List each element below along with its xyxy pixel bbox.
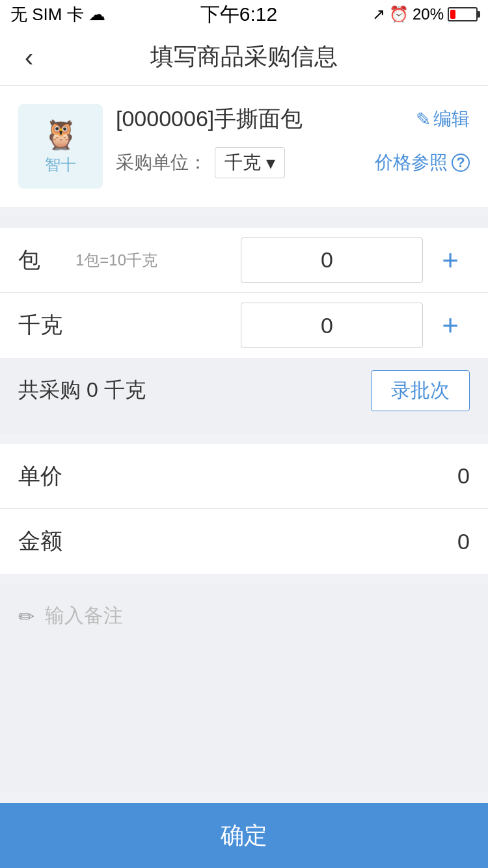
product-section: 🦉 智十 [0000006]手撕面包 ✎ 编辑 采购单位： 千克 ▾ 价格参照 xyxy=(0,86,488,207)
pencil-icon: ✏ xyxy=(18,605,34,628)
amount-value: 0 xyxy=(457,529,470,554)
amount-row: 金额 0 xyxy=(0,509,488,574)
product-unit-row: 采购单位： 千克 ▾ 价格参照 ? xyxy=(116,147,470,178)
bag-label: 包 xyxy=(18,245,70,275)
price-section: 单价 0 金额 0 xyxy=(0,444,488,574)
unit-price-label: 单价 xyxy=(18,461,62,491)
nav-bar: ‹ 填写商品采购信息 xyxy=(0,29,488,86)
price-reference-button[interactable]: 价格参照 ? xyxy=(375,150,470,175)
kg-plus-button[interactable]: + xyxy=(431,306,470,345)
chevron-down-icon: ▾ xyxy=(266,152,275,174)
battery-indicator xyxy=(448,7,478,21)
unit-value: 千克 xyxy=(224,150,261,175)
price-ref-label: 价格参照 xyxy=(375,150,448,175)
input-section: 包 1包=10千克 + 千克 + xyxy=(0,228,488,358)
product-name-row: [0000006]手撕面包 ✎ 编辑 xyxy=(116,104,470,134)
summary-text: 共采购 0 千克 xyxy=(18,376,146,405)
page-title: 填写商品采购信息 xyxy=(150,41,338,73)
amount-label: 金额 xyxy=(18,526,62,556)
edit-icon: ✎ xyxy=(416,109,431,130)
confirm-button[interactable]: 确定 xyxy=(221,820,267,852)
unit-price-row: 单价 0 xyxy=(0,444,488,509)
location-icon: ↗ xyxy=(372,5,385,23)
unit-price-value: 0 xyxy=(457,463,470,489)
unit-selector[interactable]: 千克 ▾ xyxy=(215,147,285,178)
status-time: 下午6:12 xyxy=(200,1,277,28)
kg-quantity-input[interactable] xyxy=(241,303,423,348)
status-bar: 无 SIM 卡 ☁ 下午6:12 ↗ ⏰ 20% xyxy=(0,0,488,29)
bag-sublabel: 1包=10千克 xyxy=(75,250,157,271)
sim-text: 无 SIM 卡 ☁ xyxy=(10,3,105,26)
confirm-section[interactable]: 确定 xyxy=(0,803,488,868)
product-thumb-text: 智十 xyxy=(45,154,76,175)
status-left: 无 SIM 卡 ☁ xyxy=(10,3,105,26)
edit-label: 编辑 xyxy=(433,107,470,131)
product-thumbnail: 🦉 智十 xyxy=(18,104,103,189)
battery-text: 20% xyxy=(413,5,444,23)
remark-section[interactable]: ✏ 输入备注 xyxy=(0,584,488,793)
product-icon: 🦉 xyxy=(43,118,79,152)
product-info: [0000006]手撕面包 ✎ 编辑 采购单位： 千克 ▾ 价格参照 ? xyxy=(116,104,470,178)
info-icon: ? xyxy=(452,154,470,172)
bag-field-wrapper: + xyxy=(157,237,470,283)
kg-label: 千克 xyxy=(18,310,70,340)
product-code: [0000006] xyxy=(116,106,214,131)
status-right: ↗ ⏰ 20% xyxy=(372,5,478,23)
remark-placeholder: 输入备注 xyxy=(45,603,123,629)
bag-plus-button[interactable]: + xyxy=(431,241,470,280)
bag-quantity-input[interactable] xyxy=(241,237,423,283)
divider-1 xyxy=(0,217,488,228)
back-button[interactable]: ‹ xyxy=(18,38,40,77)
product-name: [0000006]手撕面包 xyxy=(116,104,303,134)
kg-input-row: 千克 + xyxy=(0,293,488,358)
divider-2 xyxy=(0,423,488,433)
bag-input-row: 包 1包=10千克 + xyxy=(0,228,488,293)
product-title: 手撕面包 xyxy=(214,106,303,131)
summary-section: 共采购 0 千克 录批次 xyxy=(0,358,488,423)
kg-field-wrapper: + xyxy=(70,303,470,348)
edit-button[interactable]: ✎ 编辑 xyxy=(416,107,470,131)
batch-button[interactable]: 录批次 xyxy=(371,370,470,411)
summary-row: 共采购 0 千克 录批次 xyxy=(0,358,488,423)
unit-prefix-label: 采购单位： xyxy=(116,150,207,175)
alarm-icon: ⏰ xyxy=(389,5,409,23)
